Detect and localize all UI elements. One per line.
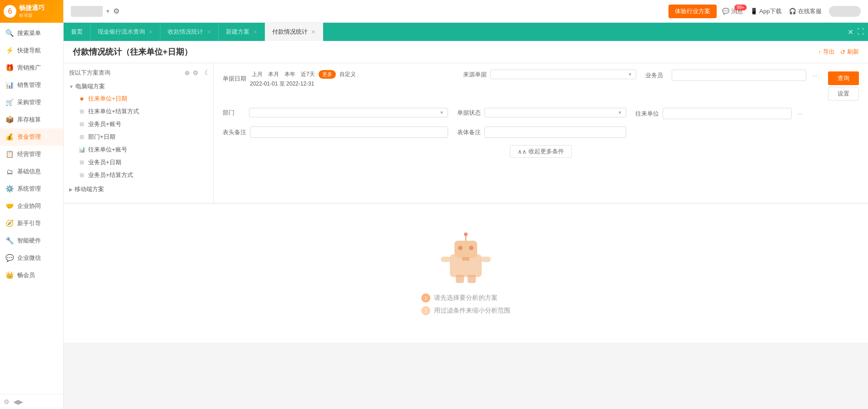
body-note-input[interactable]: [484, 126, 626, 138]
refresh-btn[interactable]: ↺ 刷新: [840, 48, 859, 56]
close-all-tabs-icon[interactable]: ✕: [848, 28, 853, 36]
operation-icon: 📋: [5, 150, 14, 158]
online-service-btn[interactable]: 🎧 在线客服: [789, 7, 822, 15]
tab-close-cash-bank[interactable]: ✕: [149, 29, 153, 35]
source-voucher-arrow-icon: ▼: [628, 72, 632, 77]
voucher-status-select[interactable]: ▼: [484, 108, 626, 117]
tab-cash-bank[interactable]: 现金银行流水查询 ✕: [90, 23, 160, 41]
counterpart-input[interactable]: [663, 108, 792, 119]
empty-tips: 1 请先选择要分析的方案 2 用过滤条件来缩小分析范围: [421, 293, 510, 315]
table-icon-1: ⊞: [78, 108, 85, 115]
shortcut-last-month[interactable]: 上月: [250, 70, 264, 79]
desktop-scheme-group: ▼ 电脑端方案 ● 往来单位+日期 ⊞ 往来单位+结算方式 ⊞ 业务员+账号: [69, 81, 208, 182]
company-dropdown-icon[interactable]: ▾: [106, 8, 110, 15]
empty-tip-1: 1 请先选择要分析的方案: [421, 293, 510, 303]
shortcut-custom[interactable]: 自定义: [338, 70, 358, 79]
sidebar-item-enterprise[interactable]: 🤝 企业协同: [0, 197, 63, 215]
top-header: ▾ ⚙ 体验行业方案 💬 消息 99+ 📱 App下载 🎧 在线客服: [64, 0, 868, 23]
tab-receipt-stats[interactable]: 收款情况统计 ✕: [160, 23, 219, 41]
export-btn[interactable]: ↑ 导出: [818, 48, 835, 56]
filter-row-2: 部门 ▼ 单据状态 ▼ 往来单位: [223, 108, 859, 119]
settings-icon[interactable]: ⚙: [113, 7, 120, 15]
messages-btn[interactable]: 💬 消息 99+: [722, 7, 743, 15]
date-label: 单据日期: [223, 75, 246, 83]
date-range-display: 2022-01-01 至 2022-12-31: [250, 80, 358, 88]
box-icon: 📦: [5, 116, 14, 124]
trial-btn[interactable]: 体验行业方案: [668, 5, 717, 18]
shortcut-7days[interactable]: 近7天: [299, 70, 317, 79]
svg-rect-1: [454, 241, 477, 258]
dept-select[interactable]: ▼: [249, 108, 448, 117]
app-download-btn[interactable]: 📱 App下载: [750, 7, 782, 15]
source-voucher-field: 来源单据 ▼: [463, 70, 637, 79]
sidebar-item-capital[interactable]: 💰 资金管理: [0, 128, 63, 146]
sidebar-item-hardware[interactable]: 🔧 智能硬件: [0, 232, 63, 249]
empty-tip-2: 2 用过滤条件来缩小分析范围: [421, 306, 510, 315]
collapse-conditions-btn[interactable]: ∧∧ 收起更多条件: [510, 145, 572, 158]
desktop-group-title[interactable]: ▼ 电脑端方案: [69, 81, 208, 92]
lightning-icon: ⚡: [5, 46, 14, 55]
shortcut-this-year[interactable]: 本年: [283, 70, 297, 79]
settings-gear-icon[interactable]: ⚙: [4, 398, 10, 405]
query-button[interactable]: 查询: [828, 71, 859, 85]
sidebar-item-sales[interactable]: 📊 销售管理: [0, 76, 63, 94]
expand-icon[interactable]: ⛶: [857, 28, 864, 36]
sidebar-item-inventory[interactable]: 📦 库存核算: [0, 111, 63, 128]
sidebar-item-guide[interactable]: 🧭 新手引导: [0, 215, 63, 232]
active-scheme-icon: ●: [78, 95, 85, 102]
salesman-input[interactable]: [672, 70, 806, 81]
sidebar-item-basic[interactable]: 🗂 基础信息: [0, 163, 63, 180]
source-voucher-select[interactable]: ▼: [490, 70, 637, 79]
sidebar-item-operation[interactable]: 📋 经营管理: [0, 146, 63, 163]
phone-icon: 📱: [750, 8, 758, 15]
tab-close-payment-stats[interactable]: ✕: [311, 29, 315, 35]
sidebar-item-shortcut[interactable]: ⚡ 快捷导航: [0, 42, 63, 59]
settings-button[interactable]: 设置: [828, 87, 859, 101]
counterpart-more-icon[interactable]: ···: [795, 110, 804, 117]
scheme-item-salesman-settle[interactable]: ⊞ 业务员+结算方式: [69, 169, 208, 182]
sidebar-item-marketing[interactable]: 🎁 营销推广: [0, 59, 63, 76]
shortcut-this-month[interactable]: 本月: [266, 70, 281, 79]
add-scheme-icon[interactable]: ⊕: [185, 69, 190, 76]
sidebar-item-search[interactable]: 🔍 搜索菜单: [0, 25, 63, 42]
dept-arrow-icon: ▼: [439, 110, 444, 115]
scheme-item-counterpart-settle[interactable]: ⊞ 往来单位+结算方式: [69, 105, 208, 118]
sidebar-item-wechat[interactable]: 💬 企业微信: [0, 249, 63, 267]
date-shortcuts-group: 上月 本月 本年 近7天 更多 自定义 2022-01-01 至 2022-12…: [250, 70, 358, 88]
salesman-more-icon[interactable]: ···: [810, 72, 819, 79]
group-arrow-icon: ▼: [69, 84, 74, 89]
tab-payment-stats[interactable]: 付款情况统计 ✕: [265, 23, 323, 41]
scheme-item-dept-date[interactable]: ⊞ 部门+日期: [69, 131, 208, 143]
empty-state: 1 请先选择要分析的方案 2 用过滤条件来缩小分析范围: [64, 204, 868, 343]
body-note-label: 表体备注: [457, 128, 481, 136]
scheme-item-salesman-date[interactable]: ⊞ 业务员+日期: [69, 156, 208, 169]
user-avatar[interactable]: [829, 6, 861, 17]
hardware-icon: 🔧: [5, 237, 14, 245]
dept-field: 部门 ▼: [223, 108, 448, 117]
sidebar-item-system[interactable]: ⚙️ 系统管理: [0, 180, 63, 197]
svg-rect-8: [468, 275, 476, 283]
scheme-item-salesman-account[interactable]: ⊞ 业务员+账号: [69, 118, 208, 131]
scheme-item-counterpart-date[interactable]: ● 往来单位+日期: [69, 92, 208, 105]
sidebar-item-member[interactable]: 👑 畅会员: [0, 267, 63, 284]
user-info: ▾ ⚙: [71, 6, 663, 17]
mobile-group-title[interactable]: ▶ 移动端方案: [69, 183, 208, 195]
dept-label: 部门: [223, 109, 245, 117]
money-icon: 💰: [5, 133, 14, 141]
tab-new-scheme[interactable]: 新建方案 ✕: [219, 23, 265, 41]
tab-close-receipt-stats[interactable]: ✕: [207, 29, 211, 35]
svg-point-10: [464, 232, 468, 236]
chart-icon: 📊: [78, 146, 85, 153]
app-name: 畅捷通巧: [19, 4, 45, 12]
sidebar-item-purchase[interactable]: 🛒 采购管理: [0, 94, 63, 111]
collapse-sidebar-icon[interactable]: 《: [201, 69, 208, 77]
gear-scheme-icon[interactable]: ⚙: [193, 69, 199, 76]
scheme-item-counterpart-account[interactable]: 📊 往来单位+账号: [69, 143, 208, 156]
filter-actions-bottom: ∧∧ 收起更多条件: [223, 145, 859, 158]
header-note-input[interactable]: [250, 126, 448, 138]
voucher-status-label: 单据状态: [457, 109, 481, 117]
tab-home[interactable]: 首页: [64, 23, 90, 41]
collapse-sidebar-icon[interactable]: ◀▶: [13, 398, 23, 405]
tab-close-new-scheme[interactable]: ✕: [253, 29, 257, 35]
shortcut-more[interactable]: 更多: [319, 70, 336, 79]
